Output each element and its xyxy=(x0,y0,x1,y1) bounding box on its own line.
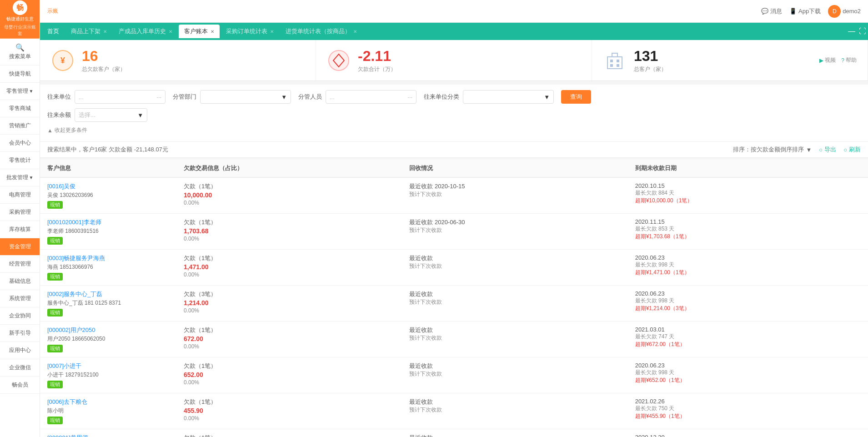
table-row: [0016]吴俊 吴俊 13026203696 现销 欠款（1笔） 10,000… xyxy=(40,178,868,214)
overdue-amount-2[interactable]: 超期¥1,471.00（1笔） xyxy=(635,269,861,276)
collapse-label: 收起更多条件 xyxy=(55,126,87,134)
customer-phone-1: 李老师 18600391516 xyxy=(47,227,184,235)
sidebar-item-ops[interactable]: 经营管理 xyxy=(0,256,40,273)
sidebar-item-new-guide[interactable]: 新手引导 xyxy=(0,325,40,342)
sort-label: 排序：按欠款金额倒序排序 xyxy=(733,146,804,154)
customer-name-1[interactable]: [0001020001]李老师 xyxy=(47,218,184,226)
next-collection-2: 预计下次收款 xyxy=(409,262,635,270)
sidebar-item-system[interactable]: 系统管理 xyxy=(0,290,40,307)
tab-close-icon[interactable]: ✕ xyxy=(353,29,357,34)
collection-cell-3: 最近收款 预计下次收款 xyxy=(409,290,635,306)
refresh-button[interactable]: ○ 刷新 xyxy=(843,146,861,154)
customer-name-6[interactable]: [0006]去下粮仓 xyxy=(47,398,184,406)
collapse-more-btn[interactable]: ▲ 收起更多条件 xyxy=(47,126,861,134)
tab-close-icon[interactable]: ✕ xyxy=(103,29,107,34)
customer-cell-7: [000001]黄思源 黄思源 13552700226 现销 xyxy=(47,434,184,437)
tab-close-icon[interactable]: ✕ xyxy=(211,29,214,34)
chevron-down-cat-icon: ▼ xyxy=(544,94,550,100)
search-button[interactable]: 查询 xyxy=(561,90,591,104)
sidebar-item-free-member[interactable]: 畅会员 xyxy=(0,377,40,394)
overdue-amount-4[interactable]: 超期¥672.00（1笔） xyxy=(635,341,861,348)
customer-name-0[interactable]: [0016]吴俊 xyxy=(47,182,184,191)
app-download-btn[interactable]: 📱 App下载 xyxy=(789,7,821,15)
last-collection-7: 最近收款 xyxy=(409,434,635,437)
sidebar-item-search[interactable]: 🔍 搜索菜单 xyxy=(0,39,40,65)
tab-home[interactable]: 首页 xyxy=(42,25,65,38)
debt-count-2: 欠款（1笔） xyxy=(184,254,409,262)
balance-filter: 往来余额 选择... ▼ xyxy=(47,108,147,122)
export-button[interactable]: ○ 导出 xyxy=(819,146,836,154)
customer-cell-5: [0007]小进干 小进干 18279152100 现销 xyxy=(47,362,184,388)
customer-name-5[interactable]: [0007]小进干 xyxy=(47,362,184,370)
tab-products-offshelf[interactable]: 商品上下架 ✕ xyxy=(65,25,112,38)
overdue-amount-5[interactable]: 超期¥652.00（1笔） xyxy=(635,377,861,384)
sidebar-item-batch-mgmt[interactable]: 批发管理 ▼ xyxy=(0,169,40,186)
tab-maximize-btn[interactable]: ⛶ xyxy=(859,27,866,35)
overdue-amount-6[interactable]: 超期¥455.90（1笔） xyxy=(635,412,861,420)
sidebar-item-inventory[interactable]: 库存核算 xyxy=(0,221,40,238)
sort-button[interactable]: 排序：按欠款金额倒序排序 ▼ xyxy=(733,146,812,154)
debt-cell-0: 欠款（1笔） 10,000.00 0.00% xyxy=(184,182,409,206)
balance-select[interactable]: 选择... ▼ xyxy=(75,108,147,122)
app-center-label: 应用中心 xyxy=(2,347,38,354)
debt-count-6: 欠款（1笔） xyxy=(184,398,409,406)
sidebar-item-quick-nav[interactable]: 快捷导航 xyxy=(0,65,40,83)
dept-label: 分管部门 xyxy=(173,93,196,101)
category-select[interactable]: ▼ xyxy=(463,90,554,104)
sidebar-item-marketing[interactable]: 营销推广 xyxy=(0,117,40,135)
sidebar-item-basic-info[interactable]: 基础信息 xyxy=(0,273,40,290)
results-bar: 搜索结果中，客户16家 欠款金额 -21,148.07元 排序：按欠款金额倒序排… xyxy=(40,142,868,158)
filter-row-2: 往来余额 选择... ▼ xyxy=(47,108,861,122)
tab-production-history[interactable]: 产成品入库单历史 ✕ xyxy=(113,25,178,38)
tab-collapse-btn[interactable]: — xyxy=(848,27,855,35)
customer-name-4[interactable]: [000002]用户2050 xyxy=(47,326,184,334)
debt-count-4: 欠款（1笔） xyxy=(184,326,409,334)
overdue-amount-1[interactable]: 超期¥1,703.68（1笔） xyxy=(635,233,861,241)
customer-name-2[interactable]: [0003]畅捷服务尹海燕 xyxy=(47,254,184,262)
app-name: 畅捷通好生意 xyxy=(6,16,34,22)
sidebar-item-app-center[interactable]: 应用中心 xyxy=(0,342,40,359)
tab-close-icon[interactable]: ✕ xyxy=(169,29,172,34)
sidebar-item-retail-stats[interactable]: 零售统计 xyxy=(0,152,40,169)
due-date-0: 2020.10.15 xyxy=(635,182,861,189)
tab-customer-account[interactable]: 客户账本 ✕ xyxy=(179,25,220,38)
customer-name-7[interactable]: [000001]黄思源 xyxy=(47,434,184,437)
tab-purchase-order[interactable]: 采购订单统计表 ✕ xyxy=(221,25,279,38)
due-date-4: 2021.03.01 xyxy=(635,326,861,333)
overdue-amount-0[interactable]: 超期¥10,000.00（1笔） xyxy=(635,197,861,205)
customer-tag-4: 现销 xyxy=(47,345,63,352)
video-link[interactable]: ▶ 视频 xyxy=(819,56,836,64)
tab-import-stats[interactable]: 进货单统计表（按商品） ✕ xyxy=(280,25,362,38)
sidebar-item-retail-mgmt[interactable]: 零售管理 ▼ xyxy=(0,83,40,100)
sidebar-item-ecommerce[interactable]: 电商管理 xyxy=(0,186,40,204)
dept-select[interactable]: ▼ xyxy=(200,90,291,104)
person-input[interactable]: ... ··· xyxy=(326,90,416,104)
sidebar-item-enterprise-wechat[interactable]: 企业微信 xyxy=(0,359,40,377)
message-btn[interactable]: 💬 消息 xyxy=(761,7,782,15)
sidebar-item-purchase[interactable]: 采购管理 xyxy=(0,204,40,221)
svg-rect-5 xyxy=(610,60,613,62)
customer-phone-6: 陈小明 xyxy=(47,407,184,415)
tab-close-icon[interactable]: ✕ xyxy=(270,29,274,34)
overdue-amount-3[interactable]: 超期¥1,214.00（3笔） xyxy=(635,305,861,312)
overdue-days-3: 最长欠款 998 天 xyxy=(635,297,861,305)
debt-cell-7: 欠款（1笔） 429.00 0.00% xyxy=(184,434,409,437)
sidebar-item-enterprise-coop[interactable]: 企业协同 xyxy=(0,307,40,325)
stat-card-right-links: ▶ 视频 ? 帮助 xyxy=(819,56,857,64)
inventory-label: 库存核算 xyxy=(2,226,38,233)
customer-name-3[interactable]: [0002]服务中心_丁磊 xyxy=(47,290,184,298)
overdue-days-2: 最长欠款 998 天 xyxy=(635,261,861,269)
breadcrumb: 示账 xyxy=(47,7,58,15)
sidebar-item-finance[interactable]: 资金管理 xyxy=(0,238,40,256)
next-collection-0: 预计下次收款 xyxy=(409,191,635,198)
col-due-date: 到期未收款日期 xyxy=(635,164,861,172)
vendor-input[interactable]: ... ··· xyxy=(75,90,166,104)
user-menu[interactable]: D demo2 xyxy=(828,5,861,18)
chevron-icon: ▼ xyxy=(29,175,34,180)
sidebar-item-retail-mall[interactable]: 零售商城 xyxy=(0,100,40,117)
page-body: ¥ 16 总欠款客户（家） xyxy=(40,40,868,437)
customer-tag-1: 现销 xyxy=(47,237,63,245)
sidebar-item-member[interactable]: 会员中心 xyxy=(0,135,40,152)
help-link[interactable]: ? 帮助 xyxy=(841,56,857,64)
tab-import-stats-label: 进货单统计表（按商品） xyxy=(286,27,351,35)
